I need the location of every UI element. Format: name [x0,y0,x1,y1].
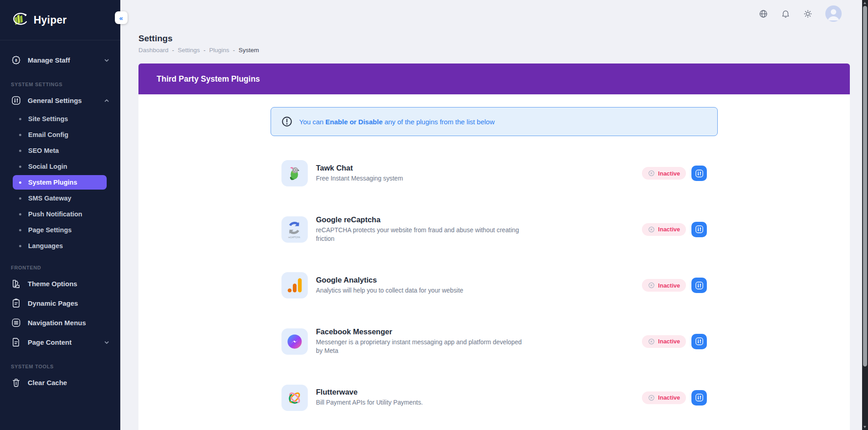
sidebar-item-label: Clear Cache [28,379,67,386]
scrollbar-up-arrow-icon[interactable] [863,2,866,4]
plugin-name: Facebook Messenger [316,327,529,336]
user-avatar[interactable] [825,5,842,22]
plugin-description: Analytics will help you to collect data … [316,287,463,295]
plugin-row-tawk-chat: Tawk Chat Free Instant Messaging system … [271,160,718,186]
status-label: Inactive [658,170,680,177]
status-badge: Inactive [642,279,686,292]
plugin-description: Messenger is a proprietary instant messa… [316,338,529,355]
sidebar-subitem-site-settings[interactable]: Site Settings [13,112,107,126]
page-scrollbar[interactable] [862,0,868,430]
subitem-label: Email Config [28,131,69,138]
sidebar-item-label: Theme Options [28,280,77,288]
card-banner: Third Party System Plugins [138,64,850,94]
notifications-bell-icon[interactable] [781,9,790,19]
theme-swatch-icon [11,279,21,289]
sidebar-subitem-sms-gateway[interactable]: SMS Gateway [13,191,107,205]
person-icon [825,5,842,22]
brand-logo-icon [11,11,29,29]
status-label: Inactive [658,338,680,345]
theme-sun-icon[interactable] [803,9,813,19]
sidebar-item-clear-cache[interactable]: Clear Cache [0,373,120,392]
page-file-icon [11,337,21,347]
sliders-icon [695,169,704,178]
plugin-description: Free Instant Messaging system [316,175,403,183]
plugin-description: Bill Payment APIs for Utility Payments. [316,399,423,407]
scrollbar-thumb[interactable] [863,6,867,366]
sidebar-collapse-button[interactable]: « [115,11,128,24]
chevron-up-icon [104,98,109,103]
plugin-row-facebook-messenger: Facebook Messenger Messenger is a propri… [271,327,718,355]
language-globe-icon[interactable] [759,9,768,19]
plugin-settings-button[interactable] [691,222,707,237]
sliders-icon [695,393,704,402]
sidebar-subitem-seo-meta[interactable]: SEO Meta [13,143,107,158]
alert-bold: Enable or Disable [326,118,383,126]
sidebar-item-theme-options[interactable]: Theme Options [0,274,120,293]
collapse-chevrons-icon: « [119,14,123,22]
sidebar-item-navigation-menus[interactable]: Navigation Menus [0,313,120,332]
recaptcha-icon: reCAPTCHA [286,220,304,239]
sidebar-subitem-email-config[interactable]: Email Config [13,127,107,142]
sidebar-item-manage-staff[interactable]: 8 Manage Staff [0,50,120,70]
alert-text: You can Enable or Disable any of the plu… [299,118,495,126]
alert-suffix: any of the plugins from the list below [383,118,495,126]
breadcrumb-dashboard[interactable]: Dashboard [138,47,168,54]
plugin-description: reCAPTCHA protects your website from fra… [316,226,529,243]
breadcrumb: Dashboard - Settings - Plugins - System [138,47,850,54]
sidebar-item-label: General Settings [28,97,82,104]
breadcrumb-settings[interactable]: Settings [178,47,200,54]
bullet-dot [19,229,21,231]
sidebar-subitem-page-settings[interactable]: Page Settings [13,223,107,237]
sidebar-subitem-languages[interactable]: Languages [13,239,107,253]
plugin-row-flutterwave: Flutterwave Bill Payment APIs for Utilit… [271,385,718,411]
subitem-label: SEO Meta [28,147,59,154]
section-frontend: FRONTEND [11,265,109,270]
card-banner-title: Third Party System Plugins [157,74,260,84]
messenger-icon [286,332,304,351]
svg-text:reCAPTCHA: reCAPTCHA [288,236,301,238]
circle-x-icon [648,338,655,345]
section-system-tools: SYSTEM TOOLS [11,364,109,369]
scrollbar-down-arrow-icon[interactable] [863,426,866,428]
flutterwave-loops-icon [286,389,304,407]
sidebar-subitem-push-notification[interactable]: Push Notification [13,207,107,221]
circle-x-icon [648,394,655,401]
sidebar-item-general-settings[interactable]: General Settings [0,91,120,110]
breadcrumb-separator: - [203,47,206,54]
plugin-name: Google reCaptcha [316,215,529,224]
plugin-name: Flutterwave [316,388,423,396]
plugin-name: Tawk Chat [316,164,403,172]
plugin-settings-button[interactable] [691,390,707,406]
plugin-settings-button[interactable] [691,278,707,293]
flutterwave-logo [281,385,308,411]
sidebar-nav: 8 Manage Staff SYSTEM SETTINGS General S… [0,40,120,392]
brand-name: Hyiper [34,14,67,26]
bullet-dot [19,197,21,200]
sidebar-item-dynamic-pages[interactable]: Dynamic Pages [0,293,120,313]
bullet-dot [19,213,21,215]
sidebar-subitem-system-plugins[interactable]: System Plugins [13,175,107,190]
chevron-down-icon [104,340,109,345]
sidebar-item-label: Dynamic Pages [28,299,78,307]
plugin-row-google-recaptcha: reCAPTCHA Google reCaptcha reCAPTCHA pro… [271,215,718,243]
alert-prefix: You can [299,118,326,126]
bullet-dot [19,245,21,247]
google-analytics-logo [281,272,308,298]
sidebar-item-page-content[interactable]: Page Content [0,332,120,352]
breadcrumb-plugins[interactable]: Plugins [209,47,229,54]
breadcrumb-separator: - [233,47,235,54]
content: Settings Dashboard - Settings - Plugins … [120,34,868,430]
section-system-settings: SYSTEM SETTINGS [11,82,109,87]
sliders-icon [695,337,704,346]
plugin-settings-button[interactable] [691,334,707,349]
circle-x-icon [648,170,655,177]
bullet-dot [19,181,21,184]
plugin-settings-button[interactable] [691,166,707,181]
sidebar-subitem-social-login[interactable]: Social Login [13,159,107,174]
menu-lines-icon [11,318,21,328]
subitem-label: Languages [28,242,63,249]
card-body: You can Enable or Disable any of the plu… [138,94,850,430]
subitem-label: SMS Gateway [28,195,71,202]
parrot-icon [286,164,304,182]
info-alert: You can Enable or Disable any of the plu… [271,107,718,136]
